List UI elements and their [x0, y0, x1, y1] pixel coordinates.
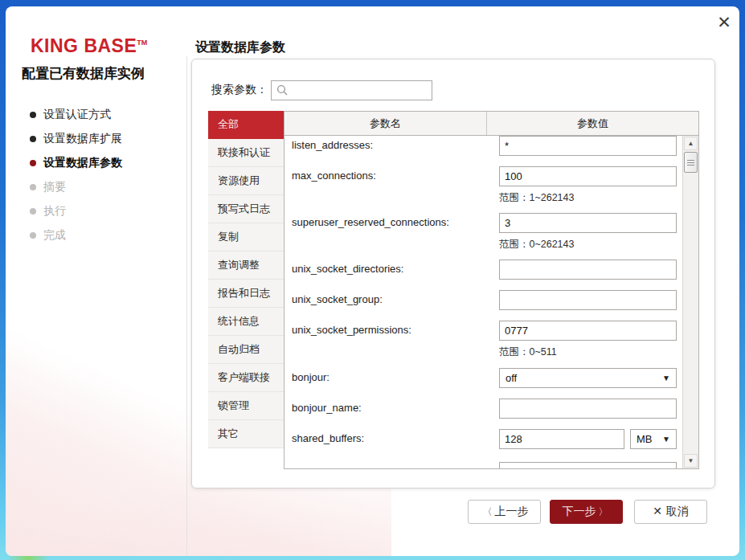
step-finish: 完成	[30, 228, 122, 242]
search-icon	[276, 84, 288, 96]
step-label: 摘要	[43, 180, 66, 194]
search-input[interactable]	[288, 81, 432, 100]
step-bullet-icon	[30, 232, 36, 239]
next-step-button[interactable]: 下一步〉	[550, 500, 623, 524]
page-title: 设置数据库参数	[195, 39, 285, 56]
select-value: MB	[637, 433, 662, 445]
step-bullet-icon	[30, 112, 36, 118]
step-bullet-icon	[30, 184, 36, 190]
param-value-input[interactable]	[499, 213, 677, 233]
step-label: 设置数据库参数	[43, 156, 122, 170]
cancel-x-icon: ✕	[653, 505, 662, 517]
parameter-table: 参数名 参数值 listen_addresses: max_connection…	[284, 111, 699, 469]
column-header-name: 参数名	[284, 112, 487, 135]
parameters-panel: 搜索参数： 全部 联接和认证 资源使用 预写式日志 复制 查询调整	[191, 59, 715, 488]
app-frame: ✕ KING BASETM 配置已有数据库实例 设置认证方式 设置数据库扩展 设…	[0, 0, 745, 560]
logo-text: KING BASE	[31, 35, 137, 56]
tab-lock-management[interactable]: 锁管理	[208, 392, 284, 420]
param-value-input[interactable]	[499, 260, 677, 280]
previous-step-button[interactable]: 〈上一步	[468, 500, 541, 524]
param-value-input[interactable]	[499, 136, 677, 156]
param-range: 范围：0~262143	[499, 238, 574, 251]
step-summary: 摘要	[30, 180, 122, 194]
chevron-down-icon: ▼	[662, 435, 670, 444]
scroll-down-icon[interactable]: ▼	[684, 454, 698, 468]
step-bullet-icon	[30, 160, 36, 166]
tab-all[interactable]: 全部	[208, 111, 284, 139]
step-bullet-icon	[30, 208, 36, 215]
tab-other[interactable]: 其它	[208, 420, 284, 448]
table-header: 参数名 参数值	[284, 112, 698, 136]
search-label: 搜索参数：	[211, 83, 268, 97]
tab-auto-archive[interactable]: 自动归档	[208, 336, 284, 364]
tab-client-connection[interactable]: 客户端联接	[208, 364, 284, 392]
param-unit-select[interactable]: MB ▼	[630, 429, 677, 449]
chevron-down-icon: ▼	[662, 374, 670, 382]
param-name: shared_buffers:	[292, 432, 364, 444]
close-icon[interactable]: ✕	[713, 11, 735, 34]
cancel-button[interactable]: ✕取消	[634, 500, 707, 524]
wizard-title: 配置已有数据库实例	[22, 64, 145, 83]
clipped-next-row	[499, 462, 677, 468]
step-label: 执行	[43, 204, 66, 219]
tab-replication[interactable]: 复制	[208, 223, 284, 251]
scrollbar-grip-icon	[687, 160, 694, 166]
param-value-input[interactable]	[499, 429, 624, 449]
param-name: unix_socket_group:	[292, 293, 383, 305]
param-range: 范围：1~262143	[499, 191, 574, 205]
param-name: bonjour:	[292, 371, 330, 383]
step-execute: 执行	[30, 204, 122, 218]
search-row: 搜索参数：	[211, 80, 432, 100]
step-db-parameters-current: 设置数据库参数	[30, 156, 122, 170]
cancel-label: 取消	[666, 505, 689, 517]
param-range: 范围：0~511	[499, 345, 557, 359]
param-name: unix_socket_permissions:	[292, 324, 411, 336]
chevron-left-icon: 〈	[483, 506, 493, 517]
param-name: max_connections:	[292, 170, 376, 182]
kingbase-logo: KING BASETM	[31, 35, 147, 57]
tab-wal[interactable]: 预写式日志	[208, 195, 284, 223]
step-auth-method: 设置认证方式	[30, 108, 122, 121]
search-box[interactable]	[271, 80, 432, 100]
wizard-steps: 设置认证方式 设置数据库扩展 设置数据库参数 摘要 执行	[30, 108, 122, 252]
scroll-up-icon[interactable]: ▲	[684, 137, 698, 150]
vertical-scrollbar[interactable]: ▲ ▼	[682, 136, 698, 468]
chevron-right-icon: 〉	[599, 506, 608, 517]
step-bullet-icon	[30, 136, 36, 142]
category-tabs: 全部 联接和认证 资源使用 预写式日志 复制 查询调整 报告和日志 统计信息 自…	[208, 111, 284, 448]
logo-trademark: TM	[137, 39, 147, 47]
param-value-input[interactable]	[499, 399, 677, 419]
wizard-window: ✕ KING BASETM 配置已有数据库实例 设置认证方式 设置数据库扩展 设…	[6, 6, 739, 556]
param-name: bonjour_name:	[292, 402, 362, 414]
param-value-select[interactable]: off ▼	[499, 368, 677, 388]
step-label: 设置认证方式	[43, 108, 111, 122]
sidebar: KING BASETM 配置已有数据库实例 设置认证方式 设置数据库扩展 设置数…	[6, 6, 186, 556]
param-name: listen_addresses:	[292, 139, 373, 151]
previous-label: 上一步	[495, 505, 529, 517]
step-db-extension: 设置数据库扩展	[30, 132, 122, 145]
next-label: 下一步	[563, 505, 596, 517]
param-value-input[interactable]	[499, 321, 677, 341]
param-value-input[interactable]	[499, 166, 677, 186]
scrollbar-thumb[interactable]	[684, 152, 698, 173]
param-value-input[interactable]	[499, 290, 677, 310]
table-body: listen_addresses: max_connections: 范围：1~…	[284, 136, 682, 468]
sidebar-divider	[186, 56, 187, 556]
param-name: superuser_reserved_connections:	[292, 216, 449, 228]
step-label: 完成	[43, 228, 66, 243]
tab-connection-auth[interactable]: 联接和认证	[208, 139, 284, 167]
tab-query-tuning[interactable]: 查询调整	[208, 251, 284, 280]
param-name: unix_socket_directories:	[292, 263, 403, 275]
column-header-value: 参数值	[487, 112, 698, 135]
tab-statistics[interactable]: 统计信息	[208, 308, 284, 336]
tab-reporting-logging[interactable]: 报告和日志	[208, 280, 284, 308]
step-label: 设置数据库扩展	[43, 132, 122, 146]
select-value: off	[506, 372, 662, 384]
parameter-area: 全部 联接和认证 资源使用 预写式日志 复制 查询调整 报告和日志 统计信息 自…	[208, 111, 699, 469]
tab-resource-usage[interactable]: 资源使用	[208, 167, 284, 195]
